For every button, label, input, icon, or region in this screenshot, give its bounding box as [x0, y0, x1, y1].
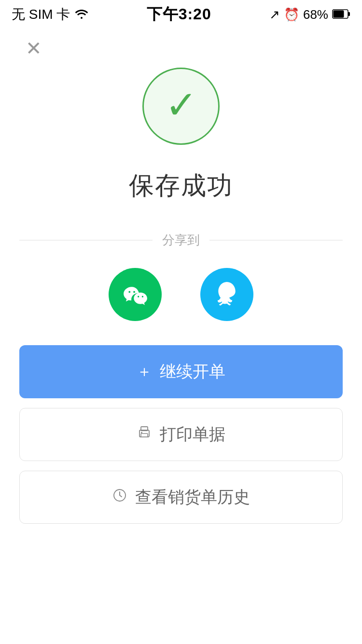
alarm-icon: ⏰	[284, 7, 299, 22]
print-label: 打印单据	[160, 423, 225, 446]
continue-button[interactable]: ＋ 继续开单	[19, 345, 343, 398]
location-icon: ↗	[269, 7, 280, 22]
share-buttons	[19, 268, 343, 321]
wechat-icon	[120, 279, 151, 310]
divider-left	[19, 240, 153, 240]
history-label: 查看销货单历史	[135, 486, 250, 508]
share-section: 分享到	[0, 232, 362, 321]
divider-right	[209, 240, 343, 240]
status-time: 下午3:20	[147, 4, 211, 25]
status-right: ↗ ⏰ 68%	[269, 7, 350, 22]
history-button[interactable]: 查看销货单历史	[19, 471, 343, 524]
success-title: 保存成功	[129, 169, 233, 203]
success-circle: ✓	[142, 68, 220, 145]
checkmark-icon: ✓	[165, 86, 197, 125]
continue-label: 继续开单	[160, 361, 225, 383]
qq-icon	[212, 279, 241, 310]
share-label: 分享到	[162, 232, 200, 249]
share-divider: 分享到	[19, 232, 343, 249]
wifi-icon	[75, 7, 88, 22]
carrier-text: 无 SIM 卡	[12, 5, 70, 24]
share-wechat-button[interactable]	[109, 268, 162, 321]
battery-percentage: 68%	[303, 7, 328, 22]
share-qq-button[interactable]	[200, 268, 253, 321]
print-icon	[137, 425, 152, 444]
print-button[interactable]: 打印单据	[19, 408, 343, 461]
status-bar: 无 SIM 卡 下午3:20 ↗ ⏰ 68%	[0, 0, 362, 29]
svg-rect-2	[334, 10, 344, 17]
svg-point-4	[229, 290, 231, 292]
svg-rect-7	[141, 434, 148, 437]
close-icon: ✕	[26, 39, 42, 58]
svg-point-3	[223, 290, 225, 292]
svg-rect-1	[348, 12, 350, 16]
action-buttons: ＋ 继续开单 打印单据 查看销货单历史	[0, 345, 362, 524]
status-left: 无 SIM 卡	[12, 5, 88, 24]
plus-icon: ＋	[137, 361, 152, 382]
clock-icon	[112, 488, 127, 507]
battery-icon	[332, 7, 350, 22]
close-button[interactable]: ✕	[19, 34, 48, 63]
main-content: ✓ 保存成功 分享到	[0, 29, 362, 524]
svg-point-8	[141, 432, 142, 434]
